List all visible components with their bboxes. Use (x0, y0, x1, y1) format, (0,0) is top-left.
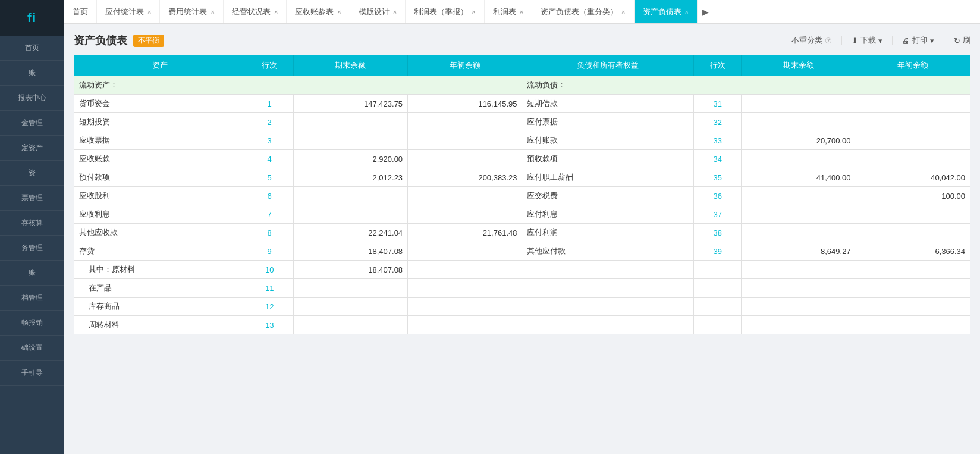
liability-name: 应付账款 (522, 131, 694, 150)
liability-name (522, 316, 694, 334)
tab-close-expense-stats[interactable]: × (211, 8, 214, 15)
balance-sheet-table: 资产 行次 期末余额 年初余额 负债和所有者权益 行次 期末余额 年初余额 流动… (74, 55, 970, 334)
no-reclassify-button[interactable]: 不重分类 ⑦ (791, 35, 832, 46)
sidebar-item-fund[interactable]: 金管理 (0, 111, 64, 136)
col-begin-balance: 年初余额 (408, 55, 522, 76)
end-balance2: 41,400.00 (742, 168, 856, 187)
sidebar-item-capital[interactable]: 资 (0, 161, 64, 186)
tab-close-operations[interactable]: × (274, 8, 278, 15)
asset-name: 货币资金 (74, 95, 246, 113)
begin-balance2 (856, 95, 970, 113)
begin-balance2: 6,366.34 (856, 242, 970, 261)
tab-close-profit-quarterly[interactable]: × (472, 8, 475, 15)
sidebar: fi 首页 账 报表中心 金管理 定资产 资 票管理 存核算 务管理 账 档管理… (0, 0, 64, 454)
liability-name: 应交税费 (522, 187, 694, 205)
row-number: 6 (246, 187, 293, 205)
begin-balance (408, 113, 522, 131)
end-balance2 (742, 95, 856, 113)
end-balance2 (742, 113, 856, 131)
table-row: 应收股利 6 应交税费 36 100.00 (74, 187, 970, 205)
row-number: 5 (246, 168, 293, 187)
begin-balance: 116,145.95 (408, 95, 522, 113)
tab-close-balance-sheet[interactable]: × (685, 8, 689, 15)
begin-balance (408, 316, 522, 334)
asset-name: 其中：原材料 (74, 261, 246, 279)
print-arrow-icon: ▾ (930, 36, 934, 45)
sidebar-item-expense[interactable]: 畅报销 (0, 311, 64, 336)
tab-balance-reclassified[interactable]: 资产负债表（重分类） × (532, 0, 634, 24)
begin-balance2 (856, 205, 970, 224)
row-number2 (694, 261, 742, 279)
begin-balance (408, 150, 522, 168)
begin-balance (408, 298, 522, 316)
tab-operations[interactable]: 经营状况表 × (224, 0, 287, 24)
tab-profit[interactable]: 利润表 × (485, 0, 532, 24)
begin-balance: 200,383.23 (408, 168, 522, 187)
row-number2: 32 (694, 113, 742, 131)
begin-balance (408, 187, 522, 205)
liability-name: 应付利润 (522, 224, 694, 242)
end-balance (293, 205, 407, 224)
table-row: 预付款项 5 2,012.23 200,383.23 应付职工薪酬 35 41,… (74, 168, 970, 187)
sidebar-item-settings[interactable]: 础设置 (0, 336, 64, 361)
sidebar-item-archive[interactable]: 档管理 (0, 286, 64, 311)
download-button[interactable]: ⬇ 下载 ▾ (852, 35, 882, 46)
tab-home[interactable]: 首页 (64, 0, 97, 24)
end-balance: 2,920.00 (293, 150, 407, 168)
tab-scroll-right[interactable]: ▶ (698, 0, 714, 24)
end-balance (293, 131, 407, 150)
asset-name: 存货 (74, 242, 246, 261)
tab-balance-sheet[interactable]: 资产负债表 × (635, 0, 698, 24)
sidebar-item-account[interactable]: 账 (0, 61, 64, 86)
row-number2: 38 (694, 224, 742, 242)
end-balance2 (742, 279, 856, 298)
tab-close-profit[interactable]: × (520, 8, 523, 15)
tab-profit-quarterly[interactable]: 利润表（季报） × (406, 0, 484, 24)
sidebar-item-ledger[interactable]: 账 (0, 261, 64, 286)
tab-payable-stats[interactable]: 应付统计表 × (97, 0, 160, 24)
divider-3 (944, 36, 944, 45)
tab-expense-stats[interactable]: 费用统计表 × (160, 0, 223, 24)
liability-name (522, 261, 694, 279)
row-number: 3 (246, 131, 293, 150)
liability-name: 应付票据 (522, 113, 694, 131)
liability-name (522, 279, 694, 298)
row-number: 10 (246, 261, 293, 279)
liability-name: 其他应付款 (522, 242, 694, 261)
tab-template[interactable]: 模版设计 × (350, 0, 406, 24)
end-balance: 22,241.04 (293, 224, 407, 242)
sidebar-item-affairs[interactable]: 务管理 (0, 236, 64, 261)
begin-balance (408, 242, 522, 261)
row-number2 (694, 316, 742, 334)
row-number: 11 (246, 279, 293, 298)
sidebar-logo: fi (0, 0, 64, 36)
table-row: 货币资金 1 147,423.75 116,145.95 短期借款 31 (74, 95, 970, 113)
sidebar-item-inventory[interactable]: 存核算 (0, 211, 64, 236)
sidebar-item-report-center[interactable]: 报表中心 (0, 86, 64, 111)
tab-close-template[interactable]: × (393, 8, 397, 15)
print-button[interactable]: 🖨 打印 ▾ (902, 35, 934, 46)
end-balance2: 20,700.00 (742, 131, 856, 150)
sidebar-item-home[interactable]: 首页 (0, 36, 64, 61)
asset-name: 应收票据 (74, 131, 246, 150)
refresh-button[interactable]: ↻ 刷 (954, 35, 970, 46)
table-row: 库存商品 12 (74, 298, 970, 316)
sidebar-item-fixed-assets[interactable]: 定资产 (0, 136, 64, 161)
liability-name: 预收款项 (522, 150, 694, 168)
end-balance: 18,407.08 (293, 242, 407, 261)
liability-name: 短期借款 (522, 95, 694, 113)
tab-close-ar-aging[interactable]: × (337, 8, 341, 15)
sidebar-item-guide[interactable]: 手引导 (0, 361, 64, 386)
table-row: 在产品 11 (74, 279, 970, 298)
begin-balance2 (856, 150, 970, 168)
row-number2 (694, 279, 742, 298)
row-number2 (694, 298, 742, 316)
tab-close-payable-stats[interactable]: × (147, 8, 151, 15)
asset-name: 短期投资 (74, 113, 246, 131)
end-balance2 (742, 205, 856, 224)
tab-close-balance-reclassified[interactable]: × (621, 8, 625, 15)
asset-name: 应收股利 (74, 187, 246, 205)
section-liability-label: 流动负债： (522, 76, 970, 95)
sidebar-item-invoice[interactable]: 票管理 (0, 186, 64, 211)
tab-ar-aging[interactable]: 应收账龄表 × (287, 0, 350, 24)
